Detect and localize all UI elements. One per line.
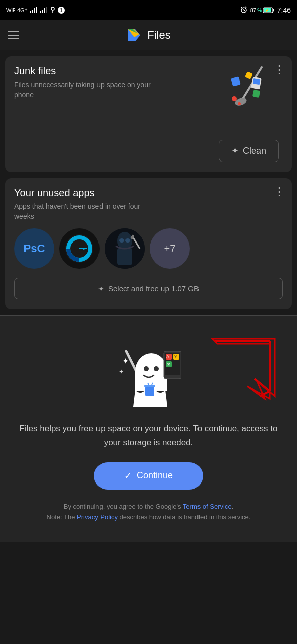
svg-point-28 (232, 96, 237, 101)
unused-apps-icons-row: PsC (14, 228, 283, 269)
svg-rect-3 (34, 8, 35, 13)
svg-rect-4 (36, 7, 37, 13)
svg-rect-25 (231, 76, 241, 87)
signal-bars-icon (30, 6, 38, 15)
unused-card-menu-button[interactable]: ⋮ (274, 185, 285, 198)
svg-point-47 (144, 366, 149, 371)
battery-percent: 87 (250, 7, 256, 13)
hamburger-menu-button[interactable] (8, 31, 19, 39)
privacy-policy-link[interactable]: Privacy Policy (77, 513, 118, 521)
storage-permission-overlay: ✦ ✦ A Y ✉ (0, 315, 297, 542)
svg-point-9 (51, 7, 54, 10)
footer-text: By continuing, you agree to the Google's… (12, 502, 285, 523)
clean-sparkle-icon: ✦ (231, 145, 239, 156)
svg-rect-2 (32, 10, 33, 13)
alarm-icon (240, 6, 247, 15)
files-logo-icon (126, 27, 142, 43)
select-sparkle-icon: ✦ (98, 285, 104, 293)
junk-illustration (227, 62, 277, 113)
svg-line-15 (245, 7, 246, 8)
svg-text:✦: ✦ (122, 357, 129, 365)
signal-bars2-icon (40, 6, 48, 15)
wifi-icon: WiFi (6, 6, 15, 15)
svg-rect-7 (44, 8, 45, 13)
select-free-up-button[interactable]: ✦ Select and free up 1.07 GB (14, 278, 283, 299)
svg-rect-5 (40, 11, 41, 13)
junk-files-card: ⋮ Junk files Files unnecessarily ta (5, 56, 292, 172)
location-icon (50, 6, 56, 15)
svg-text:WiFi: WiFi (6, 7, 15, 13)
svg-point-48 (154, 366, 159, 371)
mascot-area: ✦ ✦ A Y ✉ (12, 331, 285, 412)
app-icon-more[interactable]: +7 (150, 228, 190, 269)
footer-text-before-terms: By continuing, you agree to the Google's (64, 503, 183, 510)
status-right: 87 % ⚡ 7:46 (240, 6, 291, 15)
unused-apps-subtitle: Apps that haven't been used in over four… (14, 202, 155, 221)
svg-text:⚡: ⚡ (265, 8, 269, 13)
app-name-label: Files (147, 29, 170, 42)
status-bar: WiFi 4G⁺ 1 (0, 0, 297, 20)
check-icon: ✓ (124, 470, 132, 481)
svg-rect-6 (42, 10, 43, 13)
clean-button-label: Clean (243, 146, 266, 156)
continue-button[interactable]: ✓ Continue (94, 462, 203, 490)
svg-text:A: A (166, 354, 169, 359)
svg-rect-61 (144, 385, 155, 387)
terms-of-service-link[interactable]: Terms of Service (183, 503, 232, 510)
app-icon-game[interactable] (105, 228, 145, 269)
signal-4g-icon: 4G⁺ (17, 7, 28, 14)
unused-apps-title: Your unused apps (14, 187, 283, 199)
svg-rect-1 (30, 11, 31, 13)
q-app-icon (64, 233, 94, 264)
main-content: ⋮ Junk files Files unnecessarily ta (0, 56, 297, 309)
svg-marker-68 (212, 339, 275, 399)
svg-rect-60 (145, 386, 154, 396)
more-apps-count-label: +7 (164, 243, 176, 255)
ghost-mascot-icon: ✦ ✦ A Y ✉ (116, 336, 181, 407)
select-free-up-label: Select and free up 1.07 GB (108, 284, 199, 293)
app-icon-photoshop[interactable]: PsC (14, 228, 54, 269)
svg-line-14 (241, 7, 242, 8)
svg-rect-26 (252, 90, 260, 98)
svg-point-29 (238, 102, 241, 105)
time-display: 7:46 (277, 6, 291, 14)
app-icon-q[interactable] (59, 228, 100, 269)
unused-apps-card: ⋮ Your unused apps Apps that haven't bee… (5, 178, 292, 309)
svg-rect-27 (245, 71, 253, 79)
overlay-description: Files helps you free up space on your de… (12, 422, 285, 449)
notification-badge: 1 (58, 7, 65, 14)
red-arrow-icon (210, 336, 290, 401)
svg-text:Y: Y (174, 354, 177, 359)
junk-files-subtitle: Files unnecessarily taking up space on y… (14, 80, 155, 100)
app-title: Files (126, 27, 170, 43)
game-app-icon (105, 228, 145, 269)
clean-button[interactable]: ✦ Clean (219, 140, 279, 162)
footer-text-end: describes how data is handled in this se… (118, 513, 250, 521)
svg-text:✉: ✉ (167, 362, 170, 367)
svg-line-13 (244, 10, 245, 11)
svg-text:✦: ✦ (119, 368, 124, 375)
continue-button-label: Continue (137, 470, 173, 481)
battery-icon: 87 % ⚡ (250, 7, 274, 13)
svg-point-40 (125, 238, 130, 243)
status-left: WiFi 4G⁺ 1 (6, 6, 65, 15)
svg-point-39 (119, 238, 124, 243)
svg-rect-8 (46, 7, 47, 13)
svg-rect-17 (273, 9, 274, 12)
top-bar: Files (0, 20, 297, 50)
svg-rect-38 (117, 248, 132, 265)
photoshop-label: PsC (24, 242, 45, 255)
